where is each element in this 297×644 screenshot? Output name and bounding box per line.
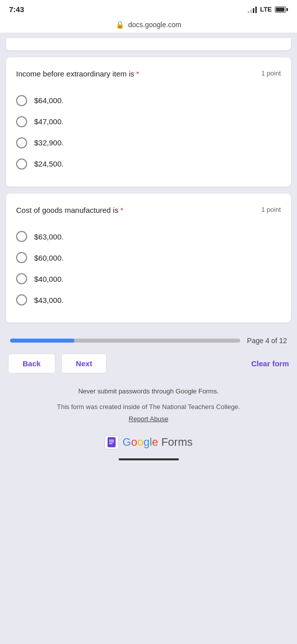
- address-bar: 🔒 docs.google.com: [0, 17, 297, 33]
- footer-created-by: This form was created inside of The Nati…: [10, 402, 287, 412]
- footer-warning: Never submit passwords through Google Fo…: [10, 387, 287, 395]
- clear-form-button[interactable]: Clear form: [251, 359, 289, 368]
- network-label: LTE: [260, 6, 272, 13]
- page-content: Income before extraordinary item is* 1 p…: [0, 33, 297, 460]
- google-forms-brand: Google Forms: [0, 426, 297, 454]
- svg-rect-1: [109, 440, 114, 441]
- point-label-2: 1 point: [261, 206, 281, 213]
- radio-circle-q2b[interactable]: [16, 252, 27, 263]
- time-display: 7:43: [9, 5, 24, 14]
- point-label-1: 1 point: [261, 69, 281, 77]
- next-button[interactable]: Next: [61, 354, 107, 373]
- radio-label-q2d: $43,000.: [34, 296, 63, 304]
- question-text-1: Income before extraordinary item is*: [16, 68, 255, 80]
- google-forms-icon: [105, 435, 119, 449]
- radio-option-q2a[interactable]: $63,000.: [16, 226, 281, 247]
- radio-option-q2c[interactable]: $40,000.: [16, 268, 281, 289]
- required-star-2: *: [120, 206, 123, 214]
- radio-circle-q1d[interactable]: [16, 158, 27, 170]
- radio-option-q1c[interactable]: $32,900.: [16, 132, 281, 153]
- radio-option-q1d[interactable]: $24,500.: [16, 153, 281, 175]
- battery-icon: [275, 7, 288, 13]
- status-icons: LTE: [248, 6, 288, 13]
- progress-text: Page 4 of 12: [247, 337, 287, 345]
- required-star-1: *: [136, 69, 139, 78]
- question-card-2: Cost of goods manufactured is* 1 point $…: [6, 194, 291, 323]
- question-text-2: Cost of goods manufactured is*: [16, 205, 255, 216]
- radio-option-q2d[interactable]: $43,000.: [16, 289, 281, 310]
- svg-rect-3: [109, 443, 113, 444]
- nav-buttons: Back Next Clear form: [0, 349, 297, 381]
- radio-label-q1c: $32,900.: [34, 138, 63, 147]
- progress-track: [10, 339, 240, 343]
- progress-fill: [10, 339, 74, 343]
- radio-circle-q1a[interactable]: [16, 95, 27, 106]
- report-abuse-link[interactable]: Report Abuse: [129, 415, 168, 423]
- radio-option-q1a[interactable]: $64,000.: [16, 90, 281, 111]
- question-header-2: Cost of goods manufactured is* 1 point: [16, 205, 281, 216]
- radio-label-q1d: $24,500.: [34, 159, 63, 168]
- svg-rect-2: [109, 441, 114, 442]
- home-indicator: [119, 458, 179, 460]
- radio-circle-q1c[interactable]: [16, 137, 27, 148]
- progress-area: Page 4 of 12: [0, 330, 297, 349]
- top-partial-card: [6, 38, 291, 50]
- google-forms-text: Google Forms: [123, 436, 192, 449]
- radio-label-q2c: $40,000.: [34, 275, 63, 283]
- radio-circle-q2c[interactable]: [16, 273, 27, 284]
- radio-option-q1b[interactable]: $47,000.: [16, 111, 281, 132]
- radio-circle-q2d[interactable]: [16, 294, 27, 305]
- footer: Never submit passwords through Google Fo…: [0, 381, 297, 426]
- back-button[interactable]: Back: [8, 354, 55, 373]
- radio-option-q2b[interactable]: $60,000.: [16, 247, 281, 268]
- question-header-1: Income before extraordinary item is* 1 p…: [16, 68, 281, 80]
- lock-icon: 🔒: [116, 21, 124, 29]
- radio-label-q1a: $64,000.: [34, 96, 63, 105]
- status-bar: 7:43 LTE: [0, 0, 297, 17]
- url-display: docs.google.com: [128, 21, 181, 29]
- radio-label-q2b: $60,000.: [34, 254, 63, 262]
- question-card-1: Income before extraordinary item is* 1 p…: [6, 57, 291, 187]
- signal-icon: [248, 6, 257, 13]
- radio-label-q2a: $63,000.: [34, 232, 63, 241]
- radio-label-q1b: $47,000.: [34, 117, 63, 126]
- radio-circle-q1b[interactable]: [16, 116, 27, 127]
- radio-circle-q2a[interactable]: [16, 231, 27, 242]
